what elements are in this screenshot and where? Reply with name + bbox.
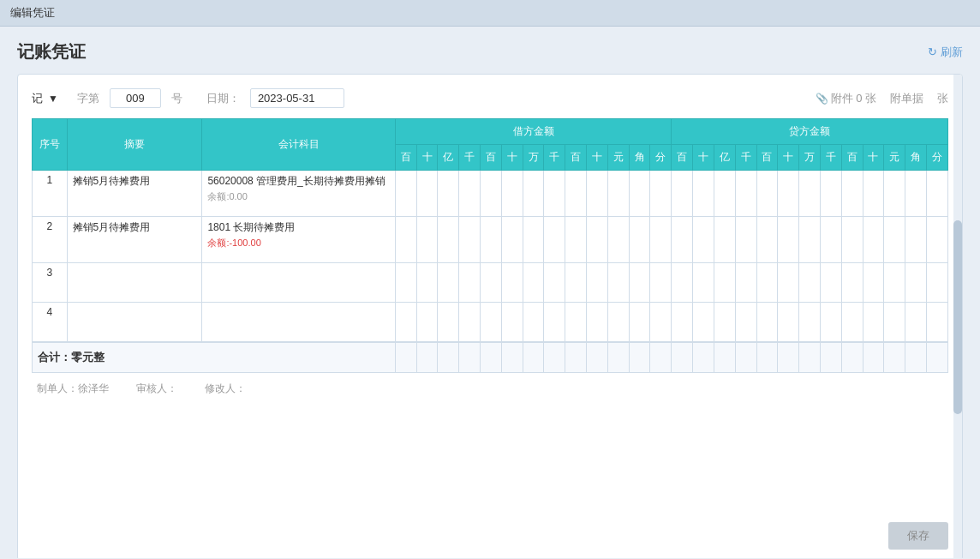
refresh-button[interactable]: ↻ 刷新 xyxy=(928,45,963,60)
row4-d7[interactable] xyxy=(523,303,544,342)
row4-c3[interactable] xyxy=(714,303,735,342)
row3-d9[interactable] xyxy=(565,263,587,303)
row1-d2[interactable] xyxy=(416,171,438,217)
row4-c10[interactable] xyxy=(863,303,884,342)
row2-c9[interactable] xyxy=(841,217,863,263)
row4-c6[interactable] xyxy=(778,303,799,342)
row4-d4[interactable] xyxy=(459,303,481,342)
row4-d12[interactable] xyxy=(629,303,650,342)
ji-select[interactable]: 记 ▼ xyxy=(32,91,60,106)
row4-c9[interactable] xyxy=(841,303,863,342)
row4-d2[interactable] xyxy=(416,303,438,342)
row4-d5[interactable] xyxy=(481,303,502,342)
row2-d3[interactable] xyxy=(438,217,459,263)
row4-c7[interactable] xyxy=(799,303,821,342)
row3-d11[interactable] xyxy=(607,263,629,303)
row3-d6[interactable] xyxy=(501,263,523,303)
row3-c7[interactable] xyxy=(799,263,821,303)
row4-c5[interactable] xyxy=(756,303,778,342)
row2-d12[interactable] xyxy=(629,217,650,263)
row3-d4[interactable] xyxy=(459,263,481,303)
row1-summary[interactable]: 摊销5月待摊费用 xyxy=(67,171,202,217)
row4-d9[interactable] xyxy=(565,303,587,342)
row1-d8[interactable] xyxy=(544,171,565,217)
row2-c6[interactable] xyxy=(778,217,799,263)
row1-d5[interactable] xyxy=(481,171,502,217)
attach-single[interactable]: 附单据 xyxy=(890,91,923,106)
date-input[interactable] xyxy=(250,88,344,108)
row1-d3[interactable] xyxy=(438,171,459,217)
row3-c8[interactable] xyxy=(820,263,841,303)
save-button[interactable]: 保存 xyxy=(888,522,948,550)
row1-d11[interactable] xyxy=(607,171,629,217)
row3-c11[interactable] xyxy=(884,263,905,303)
row1-c3[interactable] xyxy=(714,171,735,217)
attach-link[interactable]: 📎 附件 0 张 xyxy=(816,91,876,106)
row2-d9[interactable] xyxy=(565,217,587,263)
table-row[interactable]: 4 xyxy=(33,303,948,342)
ji-dropdown-btn[interactable]: ▼ xyxy=(46,93,60,105)
row2-c5[interactable] xyxy=(756,217,778,263)
scrollbar-thumb[interactable] xyxy=(953,220,962,414)
row1-c13[interactable] xyxy=(926,171,947,217)
row3-d2[interactable] xyxy=(416,263,438,303)
row2-d1[interactable] xyxy=(395,217,416,263)
row2-d8[interactable] xyxy=(544,217,565,263)
row1-c9[interactable] xyxy=(841,171,863,217)
row2-c11[interactable] xyxy=(884,217,905,263)
row4-d10[interactable] xyxy=(587,303,608,342)
row4-d13[interactable] xyxy=(650,303,672,342)
row2-d13[interactable] xyxy=(650,217,672,263)
row4-d3[interactable] xyxy=(438,303,459,342)
row3-c1[interactable] xyxy=(672,263,693,303)
row4-c11[interactable] xyxy=(884,303,905,342)
row4-c13[interactable] xyxy=(926,303,947,342)
row4-summary[interactable] xyxy=(67,303,202,342)
row2-c2[interactable] xyxy=(693,217,714,263)
row2-c1[interactable] xyxy=(672,217,693,263)
row3-account[interactable] xyxy=(202,263,395,303)
row4-c12[interactable] xyxy=(905,303,927,342)
row4-d1[interactable] xyxy=(395,303,416,342)
row4-c1[interactable] xyxy=(672,303,693,342)
row2-c13[interactable] xyxy=(926,217,947,263)
row3-d13[interactable] xyxy=(650,263,672,303)
row1-d10[interactable] xyxy=(587,171,608,217)
row1-c12[interactable] xyxy=(905,171,927,217)
row1-c1[interactable] xyxy=(672,171,693,217)
row4-c2[interactable] xyxy=(693,303,714,342)
row2-account[interactable]: 1801 长期待摊费用 余额:-100.00 xyxy=(202,217,395,263)
row3-d3[interactable] xyxy=(438,263,459,303)
row3-c3[interactable] xyxy=(714,263,735,303)
row1-c6[interactable] xyxy=(778,171,799,217)
row3-c10[interactable] xyxy=(863,263,884,303)
row1-c8[interactable] xyxy=(820,171,841,217)
row1-d4[interactable] xyxy=(459,171,481,217)
row3-c4[interactable] xyxy=(735,263,756,303)
table-row[interactable]: 1 摊销5月待摊费用 56020008 管理费用_长期待摊费用摊销 余额:0.0… xyxy=(33,171,948,217)
row2-summary[interactable]: 摊销5月待摊费用 xyxy=(67,217,202,263)
row3-d7[interactable] xyxy=(523,263,544,303)
row2-d6[interactable] xyxy=(501,217,523,263)
row1-d9[interactable] xyxy=(565,171,587,217)
table-row[interactable]: 2 摊销5月待摊费用 1801 长期待摊费用 余额:-100.00 xyxy=(33,217,948,263)
row4-d8[interactable] xyxy=(544,303,565,342)
row4-d6[interactable] xyxy=(501,303,523,342)
row1-d6[interactable] xyxy=(501,171,523,217)
row1-d12[interactable] xyxy=(629,171,650,217)
row2-c12[interactable] xyxy=(905,217,927,263)
row2-c8[interactable] xyxy=(820,217,841,263)
row2-d11[interactable] xyxy=(607,217,629,263)
table-row[interactable]: 3 xyxy=(33,263,948,303)
row3-d1[interactable] xyxy=(395,263,416,303)
row4-c8[interactable] xyxy=(820,303,841,342)
row3-d5[interactable] xyxy=(481,263,502,303)
row3-c2[interactable] xyxy=(693,263,714,303)
row4-account[interactable] xyxy=(202,303,395,342)
row2-d5[interactable] xyxy=(481,217,502,263)
row3-summary[interactable] xyxy=(67,263,202,303)
row2-d4[interactable] xyxy=(459,217,481,263)
row1-c7[interactable] xyxy=(799,171,821,217)
row1-account[interactable]: 56020008 管理费用_长期待摊费用摊销 余额:0.00 xyxy=(202,171,395,217)
row2-d10[interactable] xyxy=(587,217,608,263)
